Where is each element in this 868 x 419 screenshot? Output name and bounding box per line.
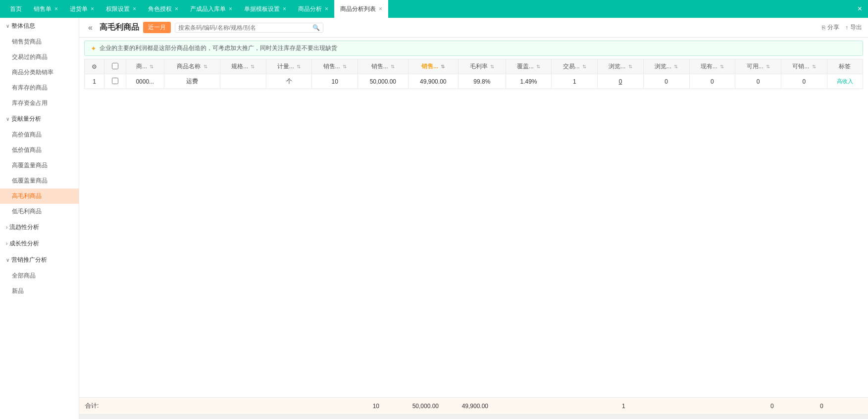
cell-stock-available: 0 — [735, 74, 781, 89]
sidebar-collapse-btn[interactable]: « — [85, 22, 96, 33]
col-browse1[interactable]: 浏览... ⇅ — [598, 59, 644, 74]
cell-checkbox[interactable] — [104, 74, 126, 89]
sidebar: ∨ 整体信息 销售货商品 交易过的商品 商品分类助销率 有库存的商品 库存资金占… — [0, 18, 79, 419]
nav-sales[interactable]: 销售单 × — [28, 0, 64, 18]
table-header-row: ⚙ 商... ⇅ 商品名称 ⇅ 规格... ⇅ 计量... ⇅ 销售... ⇅ … — [85, 59, 863, 74]
col-transaction[interactable]: 交易... ⇅ — [552, 59, 598, 74]
footer-stock-current: 0 — [752, 403, 792, 410]
cell-stock-saleable: 0 — [781, 74, 827, 89]
table-row: 1 0000... 运费 个 10 50,000.00 49,900.00 99… — [85, 74, 863, 89]
col-code[interactable]: 商... ⇅ — [126, 59, 164, 74]
cell-stock-current: 0 — [689, 74, 735, 89]
footer-stock-available: 0 — [802, 403, 841, 410]
col-stock-current[interactable]: 现有... ⇅ — [689, 59, 735, 74]
nav-product-analysis-close[interactable]: × — [325, 5, 328, 12]
nav-product-analysis-list[interactable]: 商品分析列表 × — [334, 0, 388, 18]
col-settings[interactable]: ⚙ — [85, 59, 104, 74]
sidebar-item-sales-goods[interactable]: 销售货商品 — [0, 34, 79, 49]
sidebar-item-low-coverage[interactable]: 低覆盖量商品 — [0, 173, 79, 188]
sidebar-group-overall[interactable]: ∨ 整体信息 — [0, 18, 79, 34]
row-checkbox[interactable] — [112, 78, 118, 84]
nav-role[interactable]: 角色授权 × — [142, 0, 184, 18]
sidebar-group-marketing[interactable]: ∨ 营销推广分析 — [0, 252, 79, 268]
top-nav: 首页 销售单 × 进货单 × 权限设置 × 角色授权 × 产成品入库单 × 单据… — [0, 0, 868, 18]
sidebar-item-category-rate[interactable]: 商品分类助销率 — [0, 65, 79, 80]
main-layout: ∨ 整体信息 销售货商品 交易过的商品 商品分类助销率 有库存的商品 库存资金占… — [0, 18, 868, 419]
sidebar-group-trend[interactable]: › 流趋性分析 — [0, 219, 79, 235]
sidebar-items-overall: 销售货商品 交易过的商品 商品分类助销率 有库存的商品 库存资金占用 — [0, 34, 79, 111]
sidebar-item-new-goods[interactable]: 新品 — [0, 283, 79, 299]
col-tag[interactable]: 标签 — [827, 59, 863, 74]
sidebar-item-stock-capital[interactable]: 库存资金占用 — [0, 95, 79, 111]
search-icon[interactable]: 🔍 — [312, 24, 320, 31]
sidebar-group-contribution[interactable]: ∨ 贡献量分析 — [0, 111, 79, 127]
sidebar-item-high-margin[interactable]: 高毛利商品 — [0, 188, 79, 204]
group-arrow-overall: ∨ — [6, 23, 9, 29]
nav-sales-close[interactable]: × — [54, 5, 58, 12]
nav-role-close[interactable]: × — [175, 5, 178, 12]
sidebar-item-high-coverage[interactable]: 高覆盖量商品 — [0, 158, 79, 173]
sidebar-items-contribution: 高价值商品 低价值商品 高覆盖量商品 低覆盖量商品 高毛利商品 低毛利商品 — [0, 127, 79, 219]
page-title: 高毛利商品 — [100, 22, 139, 33]
nav-product-analysis-list-close[interactable]: × — [379, 5, 382, 12]
col-checkbox[interactable] — [104, 59, 126, 74]
sidebar-item-all-goods[interactable]: 全部商品 — [0, 268, 79, 283]
window-close-btn[interactable]: × — [852, 0, 868, 18]
col-sales-qty[interactable]: 销售... ⇅ — [312, 59, 358, 74]
table-wrap[interactable]: ⚙ 商... ⇅ 商品名称 ⇅ 规格... ⇅ 计量... ⇅ 销售... ⇅ … — [79, 59, 868, 397]
group-arrow-contribution: ∨ — [6, 116, 9, 122]
nav-permission[interactable]: 权限设置 × — [100, 0, 142, 18]
sidebar-item-high-value[interactable]: 高价值商品 — [0, 127, 79, 142]
col-coverage[interactable]: 覆盖... ⇅ — [506, 59, 552, 74]
col-browse2[interactable]: 浏览... ⇅ — [643, 59, 689, 74]
col-gross-rate[interactable]: 毛利率 ⇅ — [459, 59, 506, 74]
search-wrap: 🔍 — [175, 23, 323, 33]
search-input[interactable] — [178, 24, 312, 31]
select-all-checkbox[interactable] — [112, 63, 118, 69]
nav-template[interactable]: 单据模板设置 × — [238, 0, 292, 18]
group-arrow-marketing: ∨ — [6, 257, 9, 263]
col-sales-profit[interactable]: 销售... ⇅ — [408, 59, 458, 74]
header-actions: ⎘ 分享 ↑ 导出 — [822, 23, 862, 32]
nav-purchase-close[interactable]: × — [91, 5, 94, 12]
content-area: « 高毛利商品 近一月 🔍 ⎘ 分享 ↑ 导出 ✦ 企业的主要的利润都是这部 — [79, 18, 868, 419]
share-btn[interactable]: ⎘ 分享 — [822, 23, 839, 32]
cell-tag: 高收入 — [827, 74, 863, 89]
cell-name: 运费 — [164, 74, 220, 89]
nav-home[interactable]: 首页 — [4, 0, 28, 18]
scrollbar-area[interactable] — [79, 414, 868, 419]
nav-product-analysis[interactable]: 商品分析 × — [292, 0, 334, 18]
cell-spec — [220, 74, 266, 89]
cell-transaction: 1 — [552, 74, 598, 89]
sidebar-item-traded-goods[interactable]: 交易过的商品 — [0, 49, 79, 65]
group-arrow-trend: › — [6, 225, 7, 230]
cell-sales-profit: 49,900.00 — [408, 74, 458, 89]
sidebar-item-low-value[interactable]: 低价值商品 — [0, 142, 79, 158]
col-name[interactable]: 商品名称 ⇅ — [164, 59, 220, 74]
col-spec[interactable]: 规格... ⇅ — [220, 59, 266, 74]
col-unit[interactable]: 计量... ⇅ — [266, 59, 312, 74]
sidebar-items-marketing: 全部商品 新品 — [0, 268, 79, 299]
col-stock-saleable[interactable]: 可销... ⇅ — [781, 59, 827, 74]
col-sales-amount[interactable]: 销售... ⇅ — [358, 59, 408, 74]
data-table: ⚙ 商... ⇅ 商品名称 ⇅ 规格... ⇅ 计量... ⇅ 销售... ⇅ … — [84, 59, 863, 89]
nav-template-close[interactable]: × — [283, 5, 286, 12]
nav-product-inbound[interactable]: 产成品入库单 × — [184, 0, 238, 18]
footer-sales-amount: 50,000.00 — [406, 403, 445, 410]
sidebar-item-in-stock[interactable]: 有库存的商品 — [0, 80, 79, 95]
nav-purchase[interactable]: 进货单 × — [64, 0, 100, 18]
footer-sales-profit: 49,900.00 — [455, 403, 495, 410]
cell-sales-qty: 10 — [312, 74, 358, 89]
nav-permission-close[interactable]: × — [133, 5, 136, 12]
date-filter-btn[interactable]: 近一月 — [143, 22, 171, 33]
export-btn[interactable]: ↑ 导出 — [845, 23, 862, 32]
nav-product-inbound-close[interactable]: × — [229, 5, 232, 12]
sidebar-item-low-margin[interactable]: 低毛利商品 — [0, 204, 79, 219]
notice-icon: ✦ — [91, 45, 97, 52]
col-stock-available[interactable]: 可用... ⇅ — [735, 59, 781, 74]
cell-coverage: 1.49% — [506, 74, 552, 89]
cell-browse1[interactable]: 0 — [598, 74, 644, 89]
footer-bar: 合计: 10 50,000.00 49,900.00 1 0 0 — [79, 397, 868, 414]
sidebar-group-growth[interactable]: › 成长性分析 — [0, 235, 79, 252]
group-arrow-growth: › — [6, 241, 7, 246]
